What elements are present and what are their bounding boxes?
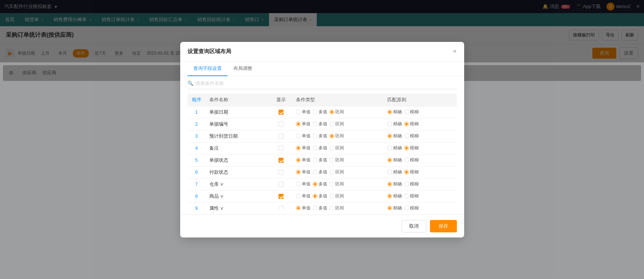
search-row: 🔍 <box>187 80 457 84</box>
modal-close-button[interactable]: × <box>453 48 457 55</box>
modal-tab-query-fields[interactable]: 查询字段设置 <box>187 62 228 76</box>
modal-header: 设置查询区域布局 × <box>180 42 464 62</box>
modal-tab-query-fields-label: 查询字段设置 <box>193 66 222 71</box>
modal-tab-layout-label: 布局调整 <box>233 66 252 71</box>
modal-tabs: 查询字段设置 布局调整 <box>180 62 464 76</box>
modal-dialog: 设置查询区域布局 × 查询字段设置 布局调整 🔍 <box>180 42 464 84</box>
modal-tab-layout[interactable]: 布局调整 <box>228 62 258 76</box>
modal-body: 🔍 顺序 条件名称 显示 条件类型 匹配原则 <box>180 76 464 84</box>
modal-title: 设置查询区域布局 <box>187 48 231 55</box>
search-icon: 🔍 <box>187 80 193 84</box>
search-input[interactable] <box>195 80 457 84</box>
modal-overlay: 设置查询区域布局 × 查询字段设置 布局调整 🔍 <box>0 0 644 84</box>
